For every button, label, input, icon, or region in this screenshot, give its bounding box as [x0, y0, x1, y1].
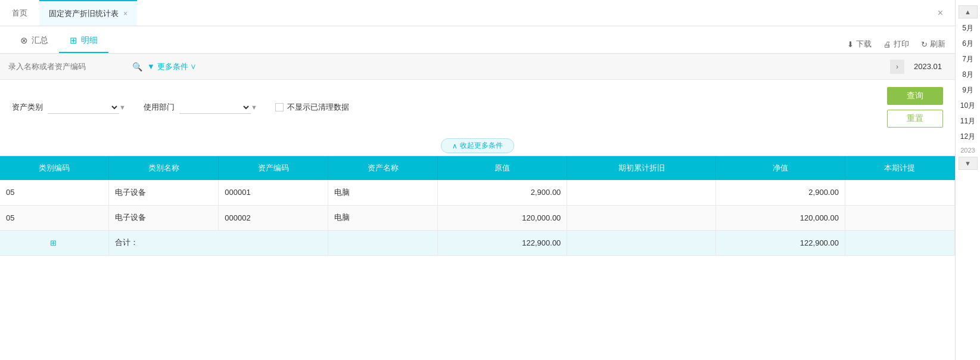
print-button[interactable]: 🖨 打印	[883, 39, 909, 49]
sidebar-month-item[interactable]: 7月	[959, 51, 978, 67]
more-filter-button[interactable]: ▼ 更多条件 ∨	[147, 61, 197, 72]
search-input[interactable]	[8, 62, 127, 71]
total-net-value: 122,900.00	[715, 230, 845, 255]
total-accum-depr	[567, 230, 716, 255]
search-icon: 🔍	[132, 62, 142, 72]
cell-asset-name: 电脑	[328, 180, 438, 205]
tab-summary-label: 汇总	[32, 35, 48, 46]
nav-tab-close-icon[interactable]: ×	[123, 10, 127, 18]
sidebar-month-item[interactable]: 11月	[959, 113, 978, 129]
total-label: 合计：	[109, 230, 328, 255]
right-sidebar: ▲ 5月6月7月8月9月10月11月12月 2023 ▼	[955, 0, 980, 360]
cell-category-name: 电子设备	[109, 205, 219, 230]
asset-type-label: 资产类别	[12, 102, 43, 113]
window-close-button[interactable]: ×	[926, 0, 955, 26]
refresh-label: 刷新	[930, 39, 945, 49]
col-category-name: 类别名称	[109, 156, 219, 180]
filter-funnel-icon: ▼	[147, 62, 155, 71]
refresh-button[interactable]: ↻ 刷新	[921, 39, 945, 49]
sidebar-year-label: 2023	[960, 145, 975, 155]
nav-tab-fixed-assets[interactable]: 固定资产折旧统计表 ×	[39, 0, 137, 26]
refresh-icon: ↻	[921, 40, 928, 49]
collapse-filter-button[interactable]: ∧ 收起更多条件	[441, 138, 514, 153]
table-row: 05 电子设备 000001 电脑 2,900.00 2,900.00	[0, 180, 955, 205]
collapse-search-button[interactable]: ›	[890, 60, 904, 74]
cell-accum-depr	[567, 180, 716, 205]
sub-tab-bar: ⊗ 汇总 ⊞ 明细 ⬇ 下载 🖨 打印 ↻ 刷新	[0, 26, 955, 54]
dept-label: 使用部门	[144, 102, 175, 113]
download-icon: ⬇	[847, 40, 854, 49]
date-display: 2023.01	[909, 62, 947, 71]
tab-summary[interactable]: ⊗ 汇总	[10, 29, 59, 53]
total-icon-cell: ⊞	[0, 230, 109, 255]
cell-original: 120,000.00	[438, 205, 567, 230]
col-asset-code: 资产编码	[219, 156, 328, 180]
top-nav: 首页 固定资产折旧统计表 × ×	[0, 0, 955, 26]
summary-icon: ⊗	[20, 35, 28, 46]
table-total-row: ⊞ 合计： 122,900.00 122,900.00	[0, 230, 955, 255]
cell-code: 05	[0, 180, 109, 205]
sidebar-scroll-down[interactable]: ▼	[959, 157, 978, 170]
filter-actions: 查询 重置	[887, 87, 943, 128]
hide-cleared-checkbox[interactable]	[275, 103, 284, 111]
cell-period-depr	[845, 205, 954, 230]
hide-cleared-label: 不显示已清理数据	[287, 102, 349, 113]
toolbar-actions: ⬇ 下载 🖨 打印 ↻ 刷新	[847, 39, 945, 53]
total-original: 122,900.00	[438, 230, 567, 255]
cell-net-value: 2,900.00	[715, 180, 845, 205]
sidebar-month-item[interactable]: 10月	[959, 98, 978, 113]
dept-field: 使用部门 ▼	[144, 101, 257, 114]
col-original-value: 原值	[438, 156, 567, 180]
cell-accum-depr	[567, 205, 716, 230]
assets-table: 类别编码 类别名称 资产编码 资产名称 原值 期初累计折旧 净值 本期计提 05…	[0, 156, 955, 256]
asset-type-field: 资产类别 ▼	[12, 101, 126, 114]
tab-detail[interactable]: ⊞ 明细	[59, 29, 108, 53]
dept-arrow-icon: ▼	[251, 104, 257, 111]
download-label: 下载	[856, 39, 872, 49]
total-period-depr	[845, 230, 954, 255]
filter-row: 资产类别 ▼ 使用部门 ▼ 不显示已清理数据 查询 重置	[12, 87, 943, 135]
sidebar-months: 5月6月7月8月9月10月11月12月	[959, 20, 978, 144]
download-button[interactable]: ⬇ 下载	[847, 39, 872, 49]
hide-cleared-checkbox-label[interactable]: 不显示已清理数据	[275, 102, 349, 113]
sidebar-month-item[interactable]: 8月	[959, 67, 978, 82]
nav-home[interactable]: 首页	[0, 0, 39, 26]
sidebar-month-item[interactable]: 6月	[959, 36, 978, 51]
cell-asset-code: 000002	[219, 205, 328, 230]
detail-icon: ⊞	[70, 35, 77, 46]
collapse-label: 收起更多条件	[460, 141, 503, 151]
col-net-value: 净值	[715, 156, 845, 180]
table-row: 05 电子设备 000002 电脑 120,000.00 120,000.00	[0, 205, 955, 230]
cell-original: 2,900.00	[438, 180, 567, 205]
sidebar-scroll-up[interactable]: ▲	[959, 5, 978, 18]
asset-type-arrow-icon: ▼	[119, 104, 126, 111]
cell-net-value: 120,000.00	[715, 205, 845, 230]
reset-button[interactable]: 重置	[887, 110, 943, 128]
collapse-up-icon: ∧	[452, 142, 458, 150]
print-icon: 🖨	[883, 40, 891, 49]
sidebar-month-item[interactable]: 5月	[959, 20, 978, 36]
col-asset-name: 资产名称	[328, 156, 438, 180]
sidebar-month-item[interactable]: 12月	[959, 129, 978, 144]
more-conditions-label: 更多条件 ∨	[157, 61, 197, 72]
sidebar-month-item[interactable]: 9月	[959, 82, 978, 98]
print-label: 打印	[894, 39, 909, 49]
table-wrapper: 类别编码 类别名称 资产编码 资产名称 原值 期初累计折旧 净值 本期计提 05…	[0, 156, 955, 360]
col-category-code: 类别编码	[0, 156, 109, 180]
search-bar: 🔍 ▼ 更多条件 ∨ › 2023.01	[0, 54, 955, 80]
tab-detail-label: 明细	[81, 35, 98, 46]
col-period-depr: 本期计提	[845, 156, 954, 180]
query-button[interactable]: 查询	[887, 87, 943, 105]
filter-panel: 资产类别 ▼ 使用部门 ▼ 不显示已清理数据 查询 重置	[0, 80, 955, 156]
col-accum-depr: 期初累计折旧	[567, 156, 716, 180]
cell-asset-name: 电脑	[328, 205, 438, 230]
nav-tab-label: 固定资产折旧统计表	[49, 8, 119, 19]
cell-period-depr	[845, 180, 954, 205]
cell-code: 05	[0, 205, 109, 230]
dept-select[interactable]	[179, 101, 251, 114]
collapse-filter-area: ∧ 收起更多条件	[12, 135, 943, 156]
cell-category-name: 电子设备	[109, 180, 219, 205]
cell-asset-code: 000001	[219, 180, 328, 205]
table-header-row: 类别编码 类别名称 资产编码 资产名称 原值 期初累计折旧 净值 本期计提	[0, 156, 955, 180]
asset-type-select[interactable]	[48, 101, 119, 114]
